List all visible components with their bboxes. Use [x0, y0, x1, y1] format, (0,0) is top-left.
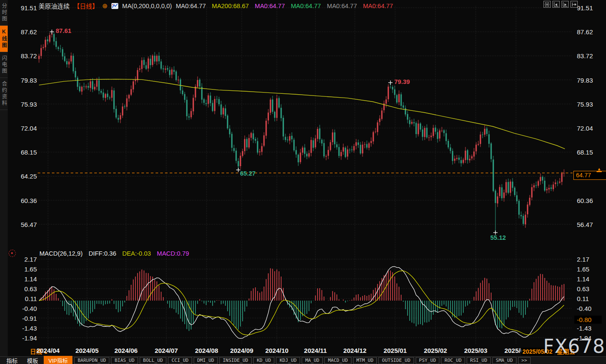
macd-tick: 0.11 — [577, 295, 601, 302]
time-tick: 2024/06 — [114, 347, 138, 354]
macd-tick: -0.40 — [13, 305, 37, 312]
macd-tick: 0.63 — [13, 285, 37, 292]
macd-tick: -0.40 — [577, 305, 601, 312]
symbol-name: 美原油连续 — [39, 1, 70, 10]
tab-mtm-ud[interactable]: MTM_UD — [353, 357, 377, 364]
macd-formula: MACD(26,12,9) — [39, 250, 83, 257]
macd-tick: -0.91 — [13, 315, 37, 322]
macd-tick: 2.17 — [13, 256, 37, 263]
price-tick: 87.62 — [13, 28, 37, 36]
price-tick: 91.51 — [13, 4, 37, 12]
fx678-watermark: FX678 — [543, 337, 605, 356]
time-tick: 2024/11 — [304, 347, 327, 354]
tab-dmi-ud[interactable]: DMI_UD — [194, 357, 218, 364]
time-axis: 日线 ▲ 2025/05/02 星期五 2024/042024/052024/0… — [0, 346, 606, 356]
tab-barupdn-ud[interactable]: BARUPDN_UD — [74, 357, 109, 364]
tab-template[interactable]: 模板 — [23, 356, 42, 364]
price-tick: 79.83 — [13, 77, 37, 84]
tab-more[interactable]: >> — [518, 357, 531, 364]
price-tick: 68.15 — [577, 149, 601, 156]
price-tick: 72.04 — [577, 125, 601, 132]
ma-value-5: MA0:64.77 — [363, 3, 393, 9]
zoom-axis-out-icon[interactable] — [552, 1, 560, 8]
tab-roc-ud[interactable]: ROC_UD — [441, 357, 465, 364]
pan-right-icon[interactable] — [570, 1, 578, 8]
sidebar-item-contract-info[interactable]: 合约资料 — [0, 78, 8, 110]
price-tick: 87.62 — [577, 28, 601, 36]
tab-inside-ud[interactable]: INSIDE_UD — [219, 357, 252, 364]
tab-psy-ud[interactable]: PSY_UD — [416, 357, 440, 364]
macd-dea-line — [39, 271, 564, 335]
macd-tick: 1.14 — [577, 275, 601, 283]
sidebar-item-time-chart[interactable]: 分时图 — [0, 0, 8, 26]
candlestick-series — [39, 30, 565, 233]
price-annotation: 79.39 — [394, 78, 410, 85]
tab-outside-ud[interactable]: OUTSIDE_UD — [378, 357, 414, 364]
tab-macd-ud[interactable]: MACD_UD — [324, 357, 351, 364]
time-tick: 2024/05 — [75, 347, 99, 354]
add-indicator-icon[interactable]: ⊕ — [102, 2, 108, 10]
period-label: 【日线】 — [74, 1, 99, 10]
time-tick: 2024/04 — [36, 347, 60, 354]
tab-ma-ud[interactable]: MA_UD — [302, 357, 323, 364]
price-tick: 91.51 — [577, 4, 601, 12]
tab-boll-ud[interactable]: BOLL_UD — [140, 357, 166, 364]
tab-kd-ud[interactable]: KD_UD — [253, 357, 274, 364]
tab-vip-indicator[interactable]: VIP指标 — [44, 356, 72, 364]
price-tick: 72.04 — [13, 125, 37, 132]
price-tick: 64.25 — [13, 173, 37, 180]
current-price-tag: 64.77 — [573, 171, 606, 180]
ma-value-4: MA0:64.77 — [327, 3, 357, 9]
price-annotation: 87.61 — [56, 27, 71, 34]
price-tick: 68.15 — [13, 149, 37, 156]
tab-rsi-ud[interactable]: RSI_UD — [467, 357, 491, 364]
ma200-line — [39, 79, 565, 149]
macd-tick: 1.14 — [13, 275, 37, 283]
zoom-axis-in-icon[interactable] — [561, 1, 569, 8]
tab-indicator[interactable]: 指标 — [3, 356, 21, 364]
time-tick: 2024/12 — [343, 347, 366, 354]
chart-title-bar: 美原油连续 【日线】 ⊕ MA(0,200,0,0,0,0) MA0:64.77… — [39, 1, 393, 10]
macd-current-tag: -0.80 — [574, 316, 602, 324]
price-annotation: 55.12 — [490, 234, 506, 241]
ma-value-3: MA0:64.77 — [291, 3, 321, 9]
macd-tick: -1.43 — [577, 325, 601, 332]
tab-sma-ud[interactable]: SMA_UD — [492, 357, 516, 364]
price-tick: 56.47 — [577, 221, 601, 228]
sidebar-item-kline-chart[interactable]: K线图 — [0, 26, 8, 52]
ma-formula: MA(0,200,0,0,0,0) — [122, 3, 172, 9]
price-anchor-icon[interactable]: ▲ — [597, 167, 602, 172]
chart-toolbar — [543, 1, 578, 8]
chart-canvas[interactable]: 87.6179.3965.2755.12 — [0, 0, 606, 364]
time-tick: 2025/02 — [424, 347, 447, 354]
price-tick: 83.72 — [577, 52, 601, 60]
macd-tick: 0.11 — [13, 295, 37, 302]
price-tick: 56.47 — [13, 221, 37, 228]
macd-tick: -1.43 — [13, 325, 37, 332]
time-tick: 2024/07 — [155, 347, 178, 354]
macd-dea-value: DEA:-0.03 — [122, 250, 151, 257]
macd-tick: 0.63 — [577, 285, 601, 292]
ma-value-0: MA0:64.77 — [176, 3, 206, 9]
macd-diff-line — [39, 266, 564, 338]
price-tick: 75.93 — [13, 101, 37, 108]
crosshair-move-icon[interactable] — [543, 1, 551, 8]
tab-bias-ud[interactable]: BIAS_UD — [111, 357, 138, 364]
tab-cci-ud[interactable]: CCI_UD — [168, 357, 192, 364]
macd-header: MACD(26,12,9) DIFF:0.36 DEA:-0.03 MACD:0… — [39, 250, 189, 257]
ma-value-2: MA0:64.77 — [255, 3, 285, 9]
sidebar-item-flash-chart[interactable]: 闪电图 — [0, 52, 8, 78]
macd-tick: 1.65 — [13, 266, 37, 273]
kline-mini-icon[interactable] — [111, 3, 118, 9]
indicator-settings-icon[interactable] — [9, 250, 16, 257]
macd-value: MACD:0.79 — [157, 250, 189, 257]
sidebar: 分时图K线图闪电图合约资料 — [0, 0, 8, 364]
tab-kdj-ud[interactable]: KDJ_UD — [276, 357, 300, 364]
macd-diff-value: DIFF:0.36 — [89, 250, 116, 257]
price-tick: 75.93 — [577, 101, 601, 108]
time-tick: 2024/10 — [265, 347, 288, 354]
time-tick: 2024/09 — [230, 347, 253, 354]
time-tick: 2024/08 — [195, 347, 218, 354]
price-tick: 60.36 — [13, 197, 37, 204]
indicator-tab-bar: 指标模板VIP指标BARUPDN_UDBIAS_UDBOLL_UDCCI_UDD… — [0, 356, 606, 364]
